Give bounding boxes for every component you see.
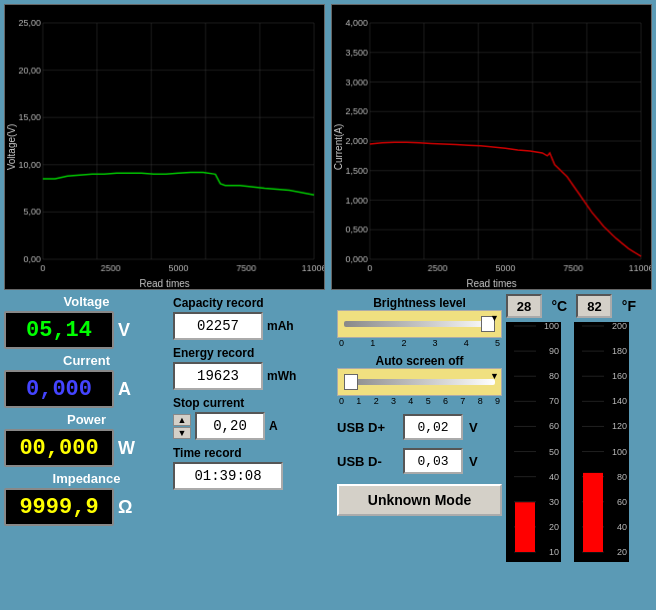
thermometers-row [506, 322, 636, 606]
celsius-thermometer [506, 322, 568, 606]
capacity-label: Capacity record [173, 296, 333, 310]
capacity-unit: mAh [267, 319, 294, 333]
time-label: Time record [173, 446, 333, 460]
stop-current-unit: A [269, 419, 278, 433]
energy-unit: mWh [267, 369, 296, 383]
usb-dm-value: 0,03 [403, 448, 463, 474]
energy-block: Energy record mWh [173, 346, 333, 390]
energy-input[interactable] [173, 362, 263, 390]
usb-dp-label: USB D+ [337, 420, 397, 435]
stop-current-row: ▲ ▼ A [173, 412, 333, 440]
usb-dm-label: USB D- [337, 454, 397, 469]
unknown-mode-button[interactable]: Unknown Mode [337, 484, 502, 516]
auto-screen-thumb [344, 374, 358, 390]
current-canvas [332, 5, 651, 289]
power-row: 00,000 W [4, 429, 169, 467]
stop-current-label: Stop current [173, 396, 333, 410]
impedance-display: 9999,9 [4, 488, 114, 526]
usb-dp-value: 0,02 [403, 414, 463, 440]
voltage-canvas [5, 5, 324, 289]
brightness-slider-track [344, 321, 495, 327]
time-block: Time record [173, 446, 333, 490]
fahrenheit-thermo-canvas [574, 322, 629, 562]
celsius-thermo-canvas [506, 322, 561, 562]
left-column: Voltage 05,14 V Current 0,000 A Power 00… [4, 294, 169, 606]
voltage-unit: V [118, 320, 130, 341]
bottom-panel: Voltage 05,14 V Current 0,000 A Power 00… [0, 290, 656, 610]
auto-screen-slider-container[interactable]: ▼ [337, 368, 502, 396]
spinner-col: ▲ ▼ [173, 414, 191, 439]
energy-row: mWh [173, 362, 333, 390]
celsius-unit-label: °C [551, 298, 567, 314]
voltage-display: 05,14 [4, 311, 114, 349]
brightness-ticks: 0 1 2 3 4 5 [337, 338, 502, 348]
charts-row: Voltage graph Current graph [0, 0, 656, 290]
current-label: Current [4, 353, 169, 368]
right-column: 28 °C 82 °F [506, 294, 636, 606]
spinner-up-button[interactable]: ▲ [173, 414, 191, 426]
brightness-arrow: ▼ [490, 313, 499, 323]
voltage-chart: Voltage graph [4, 4, 325, 290]
impedance-meter-block: Impedance 9999,9 Ω [4, 471, 169, 526]
capacity-row: mAh [173, 312, 333, 340]
stop-current-input[interactable] [195, 412, 265, 440]
usb-dm-unit: V [469, 454, 478, 469]
time-row [173, 462, 333, 490]
power-unit: W [118, 438, 135, 459]
fahrenheit-unit-label: °F [622, 298, 636, 314]
brightness-slider-container[interactable]: ▼ [337, 310, 502, 338]
energy-label: Energy record [173, 346, 333, 360]
current-unit: A [118, 379, 131, 400]
current-chart: Current graph [331, 4, 652, 290]
current-meter-block: Current 0,000 A [4, 353, 169, 408]
auto-screen-block: Auto screen off ▼ 0 1 2 3 4 5 6 7 8 9 [337, 354, 502, 406]
middle-column: Capacity record mAh Energy record mWh St… [173, 294, 333, 606]
usb-dp-unit: V [469, 420, 478, 435]
usb-dp-row: USB D+ 0,02 V [337, 414, 502, 440]
spinner-down-button[interactable]: ▼ [173, 427, 191, 439]
celsius-value-box: 28 [506, 294, 542, 318]
auto-screen-slider-track [344, 379, 495, 385]
temp-header: 28 °C 82 °F [506, 294, 636, 318]
voltage-label: Voltage [4, 294, 169, 309]
brightness-block: Brightness level ▼ 0 1 2 3 4 5 [337, 296, 502, 348]
time-input[interactable] [173, 462, 283, 490]
capacity-block: Capacity record mAh [173, 296, 333, 340]
voltage-meter-block: Voltage 05,14 V [4, 294, 169, 349]
usb-dm-row: USB D- 0,03 V [337, 448, 502, 474]
stop-current-block: Stop current ▲ ▼ A [173, 396, 333, 440]
power-meter-block: Power 00,000 W [4, 412, 169, 467]
capacity-input[interactable] [173, 312, 263, 340]
impedance-unit: Ω [118, 497, 132, 518]
fahrenheit-thermometer [574, 322, 636, 606]
auto-screen-arrow: ▼ [490, 371, 499, 381]
auto-screen-label: Auto screen off [337, 354, 502, 368]
center-column: Brightness level ▼ 0 1 2 3 4 5 Auto scre… [337, 294, 502, 606]
impedance-row: 9999,9 Ω [4, 488, 169, 526]
voltage-row: 05,14 V [4, 311, 169, 349]
power-label: Power [4, 412, 169, 427]
brightness-label: Brightness level [337, 296, 502, 310]
power-display: 00,000 [4, 429, 114, 467]
current-row: 0,000 A [4, 370, 169, 408]
current-display: 0,000 [4, 370, 114, 408]
fahrenheit-value-box: 82 [576, 294, 612, 318]
auto-screen-ticks: 0 1 2 3 4 5 6 7 8 9 [337, 396, 502, 406]
impedance-label: Impedance [4, 471, 169, 486]
